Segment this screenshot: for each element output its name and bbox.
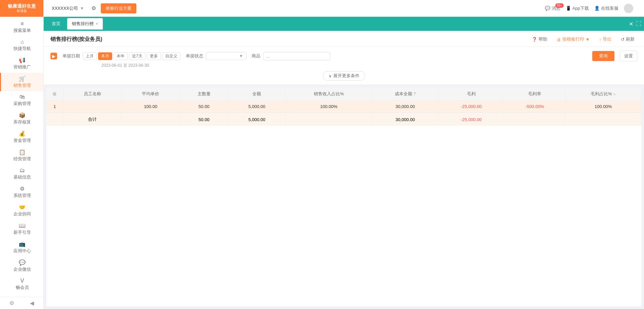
sidebar-item-inventory[interactable]: 📦 库存核算 xyxy=(0,109,43,128)
sidebar-item-basic[interactable]: 🗂 基础信息 xyxy=(0,165,43,183)
date-btn-本年[interactable]: 本年 xyxy=(114,52,128,60)
sidebar-item-marketing[interactable]: 📢 营销推广 xyxy=(0,54,43,73)
refresh-icon: ↺ xyxy=(621,37,625,42)
date-range-text: 2023-06-01 至 2023-06-30 xyxy=(101,63,149,68)
print-btn[interactable]: 🖨 按模板打印 ▼ xyxy=(554,35,593,44)
tab-close-window-icon[interactable]: ✕ xyxy=(629,21,633,27)
status-chevron-icon: ▼ xyxy=(239,54,243,58)
cost-help-icon[interactable]: ? xyxy=(414,92,416,96)
tab-sales-ranking[interactable]: 销售排行榜 × xyxy=(67,18,103,30)
page-title: 销售排行榜(按业务员) xyxy=(50,36,102,43)
footer-cell-9 xyxy=(565,113,641,126)
filter-toggle-btn[interactable]: ▶ xyxy=(50,53,57,59)
online-service-btn[interactable]: 👤 在线客服 xyxy=(594,5,618,11)
print-chevron-icon: ▼ xyxy=(586,37,590,42)
date-range-buttons: 上月本月本年近7天更多自定义 xyxy=(83,52,180,60)
sidebar-item-label: 经营管理 xyxy=(13,156,31,162)
sales-icon: 🛒 xyxy=(19,75,26,82)
guide-icon: 📖 xyxy=(19,222,26,229)
apps-icon: 📺 xyxy=(19,241,26,247)
footer-cell-4: 5,000.00 xyxy=(228,113,285,126)
column-settings-icon[interactable]: ⚙ xyxy=(52,91,57,97)
sidebar-item-label: 新手引导 xyxy=(13,229,31,236)
cell-amount: 5,000.00 xyxy=(228,101,285,113)
sidebar-item-label: 快捷导航 xyxy=(13,46,31,52)
main-content: XXXXXX公司 ▼ ⚙ 体验行业方案 💬 消息 99+ 📱 App下载 👤 在… xyxy=(44,0,644,309)
sidebar: 畅康通好生意 标准版 ≡ 搜索菜单 ⌂ 快捷导航 📢 营销推广 🛒 销售管理 🛍… xyxy=(0,0,44,309)
sidebar-item-label: 基础信息 xyxy=(13,174,31,180)
tab-expand-icon[interactable]: ⛶ xyxy=(636,21,641,27)
sort-icon[interactable]: ⇅ xyxy=(613,92,616,96)
status-select[interactable]: ▼ xyxy=(206,52,246,60)
company-name: XXXXXX公司 xyxy=(52,5,78,11)
topbar-actions: 💬 消息 99+ 📱 App下载 👤 在线客服 xyxy=(545,4,639,13)
online-service-label: 在线客服 xyxy=(601,5,618,11)
page-content: 销售排行榜(按业务员) ❓ 帮助 🖨 按模板打印 ▼ ↑ 导出 ↺ 刷新 xyxy=(44,31,644,309)
col-header-name: 员工名称 xyxy=(63,88,122,101)
sidebar-item-purchase[interactable]: 🛍 采购管理 xyxy=(0,91,43,109)
footer-cell-2 xyxy=(122,113,180,126)
cell-profit_rate: -500.00% xyxy=(504,101,565,113)
shortcut-icon: ⌂ xyxy=(20,39,24,45)
footer-cell-8 xyxy=(504,113,565,126)
sidebar-settings-icon[interactable]: ⚙ xyxy=(9,300,14,306)
refresh-btn[interactable]: ↺ 刷新 xyxy=(618,35,637,44)
cell-name xyxy=(63,101,122,113)
table-area: ⚙员工名称平均单价主数量全额销售收入占比%成本全额 ?毛利毛利率毛利占比% ⇅ … xyxy=(46,88,641,306)
export-btn[interactable]: ↑ 导出 xyxy=(597,35,614,44)
sidebar-collapse-icon[interactable]: ◀ xyxy=(30,300,34,306)
date-btn-本月[interactable]: 本月 xyxy=(98,52,112,60)
sidebar-item-finance[interactable]: 💰 资金管理 xyxy=(0,128,43,146)
purchase-icon: 🛍 xyxy=(19,94,25,100)
expand-conditions-btn[interactable]: ∨ 展开更多条件 xyxy=(323,71,365,81)
goods-select[interactable]: ... xyxy=(263,52,330,60)
sidebar-item-shortcut[interactable]: ⌂ 快捷导航 xyxy=(0,36,43,54)
tabbar: 首页 销售排行榜 × ✕ ⛶ xyxy=(44,17,644,31)
sidebar-item-guide[interactable]: 📖 新手引导 xyxy=(0,220,43,238)
system-icon: ⚙ xyxy=(20,186,25,192)
logo-title: 畅康通好生意 xyxy=(8,3,36,9)
goods-filter-label: 商品 xyxy=(252,53,260,59)
logo-subtitle: 标准版 xyxy=(17,9,27,13)
sidebar-item-operations[interactable]: 📋 经营管理 xyxy=(0,146,43,165)
topbar-settings-icon[interactable]: ⚙ xyxy=(90,4,97,13)
sidebar-item-wechat[interactable]: 💬 企业微信 xyxy=(0,257,43,275)
cell-profit: -25,000.00 xyxy=(438,101,504,113)
user-avatar[interactable] xyxy=(624,4,633,13)
finance-icon: 💰 xyxy=(19,131,26,137)
date-btn-上月[interactable]: 上月 xyxy=(83,52,97,60)
cell-qty: 50.00 xyxy=(180,101,228,113)
col-header-index[interactable]: ⚙ xyxy=(46,88,63,101)
app-download-btn[interactable]: 📱 App下载 xyxy=(566,5,589,11)
chevron-down-icon: ∨ xyxy=(329,73,332,79)
query-button[interactable]: 查询 xyxy=(592,51,614,61)
help-icon: ❓ xyxy=(532,37,537,42)
sidebar-item-member[interactable]: V 畅会员 xyxy=(0,275,43,293)
sidebar-item-search[interactable]: ≡ 搜索菜单 xyxy=(0,18,43,36)
trial-button[interactable]: 体验行业方案 xyxy=(101,3,136,13)
data-table: ⚙员工名称平均单价主数量全额销售收入占比%成本全额 ?毛利毛利率毛利占比% ⇅ … xyxy=(46,88,641,126)
sidebar-item-label: 库存核算 xyxy=(13,119,31,125)
filter-settings-button[interactable]: 设置 xyxy=(620,51,637,61)
date-btn-自定义[interactable]: 自定义 xyxy=(162,52,180,60)
date-filter-label: 单据日期 xyxy=(62,53,80,59)
export-icon: ↑ xyxy=(599,37,602,42)
search-icon: ≡ xyxy=(20,21,24,27)
company-selector[interactable]: XXXXXX公司 ▼ xyxy=(49,4,87,13)
col-header-profit_rate: 毛利率 xyxy=(504,88,565,101)
col-header-amount: 全额 xyxy=(228,88,285,101)
sidebar-item-apps[interactable]: 📺 应用中心 xyxy=(0,238,43,257)
date-btn-近7天[interactable]: 近7天 xyxy=(129,52,145,60)
help-btn[interactable]: ❓ 帮助 xyxy=(529,35,550,44)
sidebar-item-sales[interactable]: 🛒 销售管理 xyxy=(0,73,43,91)
message-btn[interactable]: 💬 消息 99+ xyxy=(545,5,560,11)
sidebar-item-enterprise[interactable]: 🤝 企业协同 xyxy=(0,201,43,220)
date-btn-更多[interactable]: 更多 xyxy=(147,52,161,60)
footer-cell-5 xyxy=(286,113,372,126)
goods-filter-group: 商品 ... xyxy=(252,52,330,60)
tab-close-icon[interactable]: × xyxy=(96,21,98,26)
sidebar-item-system[interactable]: ⚙ 系统管理 xyxy=(0,183,43,201)
table-header-row: ⚙员工名称平均单价主数量全额销售收入占比%成本全额 ?毛利毛利率毛利占比% ⇅ xyxy=(46,88,641,101)
tab-home[interactable]: 首页 xyxy=(46,18,66,30)
status-filter-label: 单据状态 xyxy=(186,53,203,59)
